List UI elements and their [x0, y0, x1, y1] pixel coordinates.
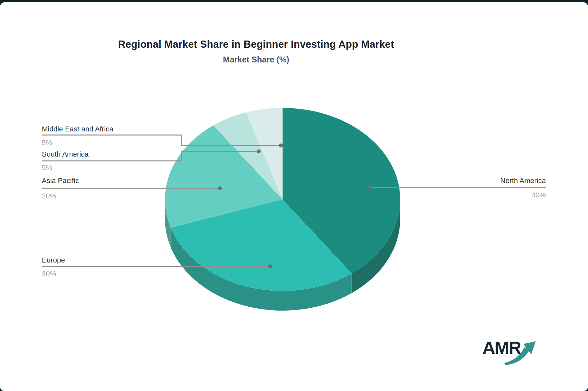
amr-logo-arrow-icon: [0, 0, 588, 391]
chart-area: Regional Market Share in Beginner Invest…: [0, 0, 588, 391]
